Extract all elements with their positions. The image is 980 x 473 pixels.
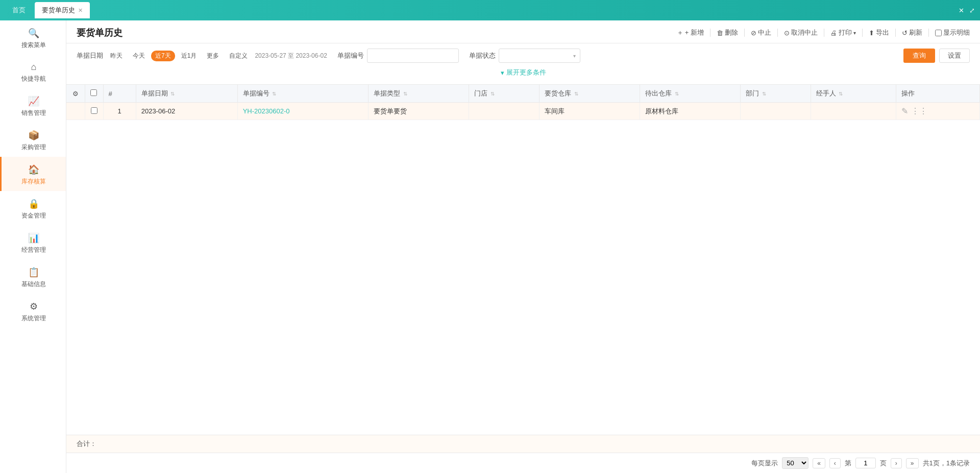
sidebar-item-inventory[interactable]: 🏠 库存核算 — [0, 157, 66, 191]
quick-nav-icon: ⌂ — [31, 62, 37, 73]
col-handler-label: 经手人 — [816, 89, 836, 97]
col-order-no-label: 单据编号 — [243, 89, 270, 97]
export-label: 导出 — [876, 28, 889, 37]
date-btn-more[interactable]: 更多 — [203, 51, 223, 61]
divider-4 — [824, 29, 824, 37]
row-1-more-icon[interactable]: ⋮⋮ — [911, 106, 927, 116]
tab-home[interactable]: 首页 — [5, 2, 33, 18]
prev-page-button[interactable]: ‹ — [829, 458, 841, 468]
filter-row-1: 单据日期 昨天 今天 近7天 近1月 更多 自定义 2023-05-27 至 2… — [77, 49, 970, 63]
page-title: 要货单历史 — [77, 27, 122, 39]
query-button[interactable]: 查询 — [903, 49, 935, 63]
sidebar-item-basic-label: 基础信息 — [21, 280, 46, 289]
date-filter-label: 单据日期 — [77, 51, 103, 60]
print-button[interactable]: 🖨 打印 ▾ — [830, 28, 856, 37]
date-btn-custom[interactable]: 自定义 — [225, 51, 252, 61]
delete-button[interactable]: 🗑 删除 — [717, 28, 738, 37]
new-button[interactable]: ＋ + 新增 — [677, 28, 704, 37]
tab-requisition-history[interactable]: 要货单历史 ✕ — [35, 2, 90, 18]
basic-info-icon: 📋 — [28, 267, 39, 278]
sidebar-item-purchase[interactable]: 📦 采购管理 — [0, 123, 66, 157]
sales-icon: 📈 — [28, 96, 39, 107]
date-filter-buttons: 昨天 今天 近7天 近1月 更多 自定义 — [106, 51, 252, 61]
search-menu-icon: 🔍 — [28, 28, 39, 39]
sidebar: 🔍 搜索菜单 ⌂ 快捷导航 📈 销售管理 📦 采购管理 🏠 库存核算 🔒 资金管… — [0, 20, 66, 473]
status-select[interactable]: ▾ — [499, 49, 580, 63]
col-order-no: 单据编号 ⇅ — [237, 85, 368, 103]
row-1-edit-icon[interactable]: ✎ — [901, 106, 908, 116]
export-button[interactable]: ⬆ 导出 — [869, 28, 889, 37]
sidebar-item-inventory-label: 库存核算 — [21, 177, 46, 186]
sidebar-item-sys-mgmt[interactable]: ⚙ 系统管理 — [0, 294, 66, 328]
data-table: ⚙ # 单据日期 ⇅ 单据编号 ⇅ — [66, 85, 980, 120]
row-1-date: 2023-06-02 — [136, 103, 237, 120]
date-btn-last7[interactable]: 近7天 — [151, 51, 175, 61]
col-actions: 操作 — [896, 85, 980, 103]
col-store-sort[interactable]: ⇅ — [491, 91, 495, 97]
print-dropdown-icon: ▾ — [853, 30, 856, 36]
col-req-warehouse: 要货仓库 ⇅ — [539, 85, 640, 103]
col-type-sort[interactable]: ⇅ — [403, 91, 407, 97]
sidebar-item-ops[interactable]: 📊 经营管理 — [0, 225, 66, 259]
table-header-row: ⚙ # 单据日期 ⇅ 单据编号 ⇅ — [66, 85, 980, 103]
window-maximize-icon[interactable]: ⤢ — [969, 7, 975, 14]
col-handler-sort[interactable]: ⇅ — [839, 91, 843, 97]
top-bar: 首页 要货单历史 ✕ ✕ ⤢ — [0, 0, 980, 20]
table-settings-icon[interactable]: ⚙ — [72, 90, 79, 98]
tab-list: 首页 要货单历史 ✕ — [5, 2, 959, 18]
export-icon: ⬆ — [869, 29, 874, 37]
date-btn-yesterday[interactable]: 昨天 — [106, 51, 127, 61]
col-dept-sort[interactable]: ⇅ — [762, 91, 766, 97]
col-pending-wh-sort[interactable]: ⇅ — [675, 91, 679, 97]
status-dropdown-icon: ▾ — [573, 53, 576, 59]
sidebar-item-search-menu[interactable]: 🔍 搜索菜单 — [0, 20, 66, 55]
sidebar-item-sales-label: 销售管理 — [21, 109, 46, 117]
display-detail-button[interactable]: 显示明细 — [935, 28, 970, 37]
col-checkbox — [85, 85, 103, 103]
print-icon: 🖨 — [830, 29, 837, 37]
toolbar: ＋ + 新增 🗑 删除 ⊘ 中止 ⊙ — [677, 28, 970, 37]
sidebar-item-search-label: 搜索菜单 — [21, 41, 46, 50]
last-page-button[interactable]: » — [906, 458, 919, 468]
row-1-order-link[interactable]: YH-20230602-0 — [243, 107, 290, 115]
date-btn-last1m[interactable]: 近1月 — [177, 51, 201, 61]
date-btn-today[interactable]: 今天 — [129, 51, 149, 61]
col-dept-label: 部门 — [746, 89, 759, 97]
cancel-stop-button[interactable]: ⊙ 取消中止 — [784, 28, 818, 37]
row-1-date-value: 2023-06-02 — [141, 107, 176, 115]
sidebar-item-finance[interactable]: 🔒 资金管理 — [0, 191, 66, 225]
pagination-bar: 每页显示 50 10 20 100 « ‹ 第 页 › » 共1页，1条记录 — [66, 453, 980, 473]
display-detail-checkbox[interactable] — [935, 30, 942, 36]
row-1-checkbox[interactable] — [91, 107, 97, 114]
setting-button[interactable]: 设置 — [939, 49, 970, 63]
row-1-actions: ✎ ⋮⋮ — [896, 103, 980, 120]
sidebar-item-ops-label: 经营管理 — [21, 246, 46, 254]
divider-7 — [928, 29, 929, 37]
window-close-icon[interactable]: ✕ — [959, 7, 964, 14]
new-label: + 新增 — [685, 28, 704, 37]
top-bar-right: ✕ ⤢ — [959, 7, 975, 14]
total-info: 共1页，1条记录 — [923, 459, 970, 468]
col-pending-warehouse: 待出仓库 ⇅ — [640, 85, 740, 103]
tab-close-icon[interactable]: ✕ — [78, 8, 83, 13]
stop-button[interactable]: ⊘ 中止 — [751, 28, 771, 37]
sidebar-item-quick-nav[interactable]: ⌂ 快捷导航 — [0, 55, 66, 88]
col-order-no-sort[interactable]: ⇅ — [272, 91, 276, 97]
row-1-req-wh: 车间库 — [539, 103, 640, 120]
refresh-button[interactable]: ↺ 刷新 — [902, 28, 922, 37]
select-all-checkbox[interactable] — [90, 89, 97, 96]
order-no-input[interactable] — [367, 49, 459, 63]
sidebar-item-basic-info[interactable]: 📋 基础信息 — [0, 259, 66, 294]
col-req-wh-sort[interactable]: ⇅ — [574, 91, 578, 97]
col-date-sort[interactable]: ⇅ — [170, 91, 175, 97]
row-1-type: 要货单要货 — [369, 103, 469, 120]
next-page-button[interactable]: › — [891, 458, 902, 468]
page-size-select[interactable]: 50 10 20 100 — [782, 457, 808, 469]
sidebar-item-sales[interactable]: 📈 销售管理 — [0, 88, 66, 123]
first-page-button[interactable]: « — [813, 458, 825, 468]
page-number-input[interactable] — [855, 458, 876, 468]
expand-conditions-button[interactable]: ▾ 展开更多条件 — [501, 66, 546, 79]
row-1-settings-cell — [66, 103, 85, 120]
col-settings: ⚙ — [66, 85, 85, 103]
main-layout: 🔍 搜索菜单 ⌂ 快捷导航 📈 销售管理 📦 采购管理 🏠 库存核算 🔒 资金管… — [0, 20, 980, 473]
